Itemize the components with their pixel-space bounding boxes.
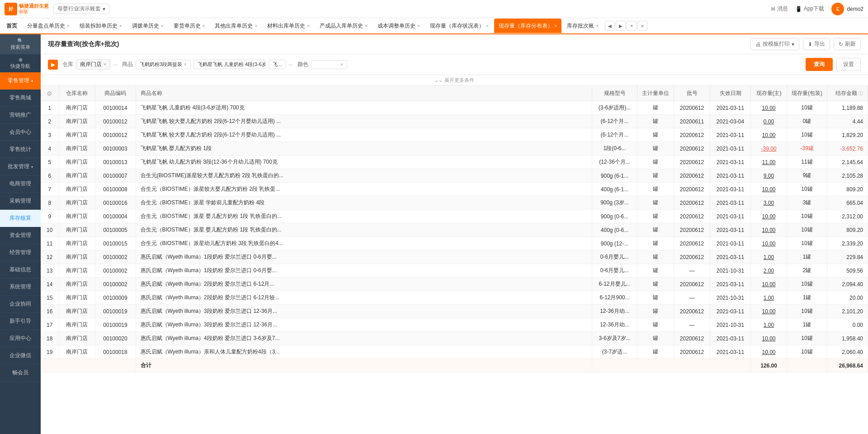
sidebar-item-系统管理[interactable]: 系统管理 bbox=[0, 278, 41, 296]
sidebar-item-新手引导[interactable]: 新手引导 bbox=[0, 313, 41, 330]
row-expire: 2021-03-11 bbox=[710, 128, 751, 142]
row-stock-main[interactable]: 10.00 bbox=[751, 332, 787, 345]
tab-现存量库存分布表[interactable]: 现存量（库存分布表）× bbox=[494, 19, 562, 33]
close-icon[interactable]: × bbox=[203, 24, 205, 28]
filter-bar: ▶ 仓库 南岸门店 × ··· 商品 飞鹤奶粉3段两提装 × 飞鹤星飞帆 儿童奶… bbox=[41, 54, 868, 75]
color-input[interactable]: ▾ bbox=[311, 60, 347, 69]
account-selector[interactable]: 母婴行业演示账套 ▾ bbox=[53, 4, 109, 14]
row-stock-main[interactable]: 10.00 bbox=[751, 223, 787, 237]
sidebar-item-企业微信[interactable]: 企业微信 bbox=[0, 347, 41, 364]
export-button[interactable]: ⬇ 导出 bbox=[803, 38, 830, 50]
th-code: 商品编码 bbox=[95, 86, 136, 101]
th-batch: 批号 bbox=[674, 86, 710, 101]
sidebar-item-采购管理[interactable]: 采购管理 bbox=[0, 193, 41, 210]
sidebar-item-资金管理[interactable]: 资金管理 bbox=[0, 227, 41, 244]
tab-库存批次账[interactable]: 库存批次账 × bbox=[562, 19, 603, 33]
filter-expand-button[interactable]: ▶ bbox=[48, 60, 58, 70]
sidebar-item-畅会员[interactable]: 畅会员 bbox=[0, 364, 41, 382]
sidebar-item-应用中心[interactable]: 应用中心 bbox=[0, 330, 41, 347]
row-expire: 2021-03-11 bbox=[710, 156, 751, 169]
sidebar-item-营销推广[interactable]: 营销推广 bbox=[0, 107, 41, 124]
sidebar-item-电商管理[interactable]: 电商管理 bbox=[0, 175, 41, 193]
sidebar-search[interactable]: 🔍 搜索英单 bbox=[0, 34, 41, 54]
row-stock-main[interactable]: 1.00 bbox=[751, 250, 787, 264]
row-batch: — bbox=[674, 291, 710, 305]
close-icon[interactable]: × bbox=[161, 24, 164, 28]
close-icon[interactable]: × bbox=[255, 24, 257, 28]
more-options-icon[interactable]: ··· bbox=[113, 61, 118, 68]
row-stock-main[interactable]: 10.00 bbox=[751, 305, 787, 318]
row-stock-main[interactable]: 10.00 bbox=[751, 210, 787, 223]
warehouse-tag[interactable]: 南岸门店 × bbox=[76, 59, 110, 70]
sidebar-item-会员中心[interactable]: 会员中心 bbox=[0, 124, 41, 141]
refresh-button[interactable]: ↻ 刷新 bbox=[834, 38, 861, 50]
close-icon[interactable]: × bbox=[307, 24, 310, 28]
sidebar-item-企业协同[interactable]: 企业协同 bbox=[0, 296, 41, 313]
row-stock-main[interactable]: 10.00 bbox=[751, 345, 787, 359]
row-code: 00100019 bbox=[95, 305, 136, 318]
sidebar-item-零售管理[interactable]: 零售管理 ▾ bbox=[0, 72, 41, 90]
close-icon[interactable]: × bbox=[67, 24, 70, 28]
avatar[interactable]: E bbox=[831, 3, 844, 15]
tab-close-all[interactable]: × bbox=[627, 21, 637, 31]
row-stock-main[interactable]: 11.00 bbox=[751, 156, 787, 169]
row-stock-main[interactable]: 10.00 bbox=[751, 278, 787, 291]
close-icon[interactable]: × bbox=[417, 24, 420, 28]
tab-其他出库单历史[interactable]: 其他出库单历史 × bbox=[210, 19, 262, 33]
sidebar-item-经营管理[interactable]: 经营管理 bbox=[0, 244, 41, 261]
close-icon[interactable]: × bbox=[119, 24, 122, 28]
tab-产成品入库单历史[interactable]: 产成品入库单历史 × bbox=[315, 19, 372, 33]
tab-分量盘点单历史[interactable]: 分量盘点单历史 × bbox=[23, 19, 74, 33]
gear-icon[interactable]: ⚙ bbox=[47, 90, 52, 97]
tab-组装拆卸单历史[interactable]: 组装拆卸单历史 × bbox=[75, 19, 127, 33]
close-icon[interactable]: × bbox=[365, 24, 368, 28]
close-icon[interactable]: × bbox=[555, 24, 557, 28]
table-row: 2 南岸门店 00100012 飞鹤星飞帆 较大婴儿配方奶粉 2段(6-12个月… bbox=[41, 115, 868, 128]
sidebar-item-零售商城[interactable]: 零售商城 bbox=[0, 90, 41, 107]
print-template-button[interactable]: 🖨 按模板打印 ▾ bbox=[750, 38, 799, 50]
row-stock-main[interactable]: 9.00 bbox=[751, 169, 787, 183]
th-gear[interactable]: ⚙ bbox=[41, 86, 59, 101]
close-icon[interactable]: × bbox=[104, 62, 106, 67]
row-stock-main[interactable]: 0.00 bbox=[751, 115, 787, 128]
sidebar-item-库存核算[interactable]: 库存核算 bbox=[0, 210, 41, 227]
close-icon[interactable]: × bbox=[184, 62, 187, 67]
row-stock-main[interactable]: 1.00 bbox=[751, 318, 787, 332]
row-stock-main[interactable]: 3.00 bbox=[751, 196, 787, 210]
tab-next-arrow[interactable]: ▶ bbox=[616, 21, 626, 31]
row-index: 8 bbox=[41, 196, 59, 210]
tab-调拨单历史[interactable]: 调拨单历史 × bbox=[127, 19, 168, 33]
product-tag-3[interactable]: 飞... bbox=[269, 60, 286, 69]
query-button[interactable]: 查询 bbox=[806, 58, 833, 71]
app-download-button[interactable]: 📱 App下载 bbox=[795, 5, 824, 13]
product-tag-2[interactable]: 飞鹤星飞帆 儿童奶粉 4段(3-6岁适用) 700克 × bbox=[193, 60, 266, 69]
tab-成本调整单历史[interactable]: 成本调整单历史 × bbox=[373, 19, 425, 33]
more-products-icon[interactable]: ··· bbox=[288, 61, 293, 68]
sidebar-item-基础信息[interactable]: 基础信息 bbox=[0, 261, 41, 278]
message-button[interactable]: ✉ 消息 bbox=[771, 5, 788, 13]
tab-prev-arrow[interactable]: ◀ bbox=[605, 21, 615, 31]
tab-menu[interactable]: ≡ bbox=[637, 21, 647, 31]
row-stock-main[interactable]: 10.00 bbox=[751, 183, 787, 196]
setting-button[interactable]: 设置 bbox=[836, 58, 861, 71]
row-stock-main[interactable]: 2.00 bbox=[751, 264, 787, 278]
close-icon[interactable]: × bbox=[486, 24, 489, 28]
row-stock-main[interactable]: 10.00 bbox=[751, 237, 787, 250]
tab-材料出库单历史[interactable]: 材料出库单历史 × bbox=[263, 19, 314, 33]
data-table-container[interactable]: ⚙ 仓库名称 商品编码 商品名称 规格型号 主计量单位 批号 失效日期 现存量(… bbox=[41, 86, 868, 434]
sidebar-item-零售统计[interactable]: 零售统计 bbox=[0, 141, 41, 158]
th-expire: 失效日期 bbox=[710, 86, 751, 101]
tab-home[interactable]: 首页 bbox=[2, 19, 22, 33]
tab-现存量库存状况表[interactable]: 现存量（库存状况表）× bbox=[425, 19, 493, 33]
info-icon[interactable]: ⓘ bbox=[859, 91, 863, 96]
product-tag-1[interactable]: 飞鹤奶粉3段两提装 × bbox=[136, 60, 191, 69]
row-stock-main[interactable]: -39.00 bbox=[751, 142, 787, 156]
tab-要货单历史[interactable]: 要货单历史 × bbox=[169, 19, 210, 33]
row-stock-main[interactable]: 10.00 bbox=[751, 101, 787, 115]
row-stock-main[interactable]: 10.00 bbox=[751, 128, 787, 142]
close-icon[interactable]: × bbox=[596, 24, 599, 28]
sidebar-quick-nav[interactable]: ⊕ 快捷导航 bbox=[0, 54, 41, 72]
expand-more-button[interactable]: ⌄⌄ 展开更多条件 bbox=[434, 77, 474, 84]
sidebar-item-批发管理[interactable]: 批发管理 ▾ bbox=[0, 158, 41, 175]
row-stock-main[interactable]: 1.00 bbox=[751, 291, 787, 305]
